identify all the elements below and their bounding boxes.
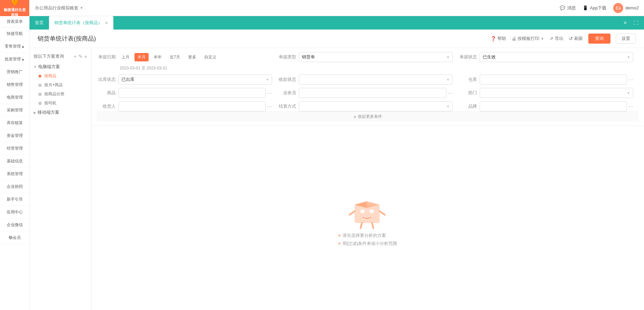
date-buttons-row: 上月 本月 本年 近7天 更多 自定义 [118, 53, 219, 61]
out-status-value: 已出库 ▼ [118, 74, 272, 85]
sidebar-item-member[interactable]: 畅会员 [0, 231, 29, 244]
svg-line-9 [372, 223, 373, 228]
product-dots-icon[interactable]: ··· [267, 90, 272, 96]
consignee-cell: 收货人 ··· [97, 101, 277, 111]
search-menu-item[interactable]: 搜索菜单 [0, 16, 29, 28]
date-btn-last-month[interactable]: 上月 [118, 53, 132, 61]
by-printer-label: 按司机 [44, 100, 56, 106]
by-product-label: 按商品 [44, 73, 56, 79]
sidebar-item-finance[interactable]: 资金管理 [0, 130, 29, 142]
sidebar-item-marketing[interactable]: 营销推广 [0, 66, 29, 79]
settlement-cell: 结算方式 ▼ [277, 101, 458, 111]
warehouse-label: 仓库 [458, 76, 480, 83]
sidebar-item-inventory[interactable]: 库存核算 [0, 117, 29, 130]
payment-status-select[interactable]: ▼ [299, 74, 452, 85]
tree-by-product[interactable]: 按商品 [30, 71, 91, 81]
salesperson-dots-icon[interactable]: ··· [448, 90, 453, 96]
date-label: 单据日期 [97, 54, 118, 60]
date-btn-more[interactable]: 更多 [185, 53, 199, 61]
print-btn[interactable]: 🖨 按模板打印 ▼ [512, 36, 544, 42]
settlement-label: 结算方式 [277, 103, 299, 109]
brand-input[interactable] [480, 101, 627, 111]
date-range-text: 2023-03-01 至 2023-03-31 [120, 66, 167, 70]
page-header: 销货单统计表(按商品) ❓ 帮助 🖨 按模板打印 ▼ ↗ 导出 ↺ 刷新 [30, 30, 644, 48]
out-status-cell: 出库状态 已出库 ▼ [97, 74, 277, 85]
doc-status-cell: 单据状态 已生效 ▼ [458, 52, 639, 62]
doc-status-arrow-icon: ▼ [627, 55, 630, 59]
svg-line-6 [350, 211, 355, 215]
brand-dots-icon[interactable]: ··· [628, 103, 633, 109]
message-action[interactable]: 💬 消息 [560, 5, 576, 11]
salesperson-input[interactable] [299, 88, 446, 98]
industry-dropdown-icon[interactable]: ▼ [80, 6, 83, 10]
consignee-dots-icon[interactable]: ··· [267, 103, 272, 109]
sidebar-item-newbie[interactable]: 新手引导 [0, 193, 29, 206]
user-name: demo2 [625, 5, 639, 10]
main-area: 办公用品行业模拟账套 ▼ 💬 消息 📱 App下载 Ea demo2 首页 [30, 0, 644, 310]
collapse-panel-icon[interactable]: « [85, 54, 87, 59]
date-btn-custom[interactable]: 自定义 [201, 53, 219, 61]
svg-line-7 [380, 211, 385, 215]
svg-rect-4 [361, 210, 365, 213]
payment-status-label: 收款状态 [277, 76, 299, 83]
doc-type-selected: 销货单 [302, 54, 315, 60]
sidebar-item-retail[interactable]: 零售管理 ▲ [0, 40, 29, 53]
app-download-label: App下载 [590, 5, 606, 11]
sidebar-item-wechat[interactable]: 企业微信 [0, 219, 29, 231]
tree-desktop-section[interactable]: ▼ 电脑端方案 [30, 62, 91, 71]
tree-by-category[interactable]: ▦ 按商品分类 [30, 90, 91, 99]
sidebar-item-enterprise[interactable]: 企业协同 [0, 180, 29, 193]
product-input[interactable] [118, 88, 266, 98]
tree-by-printer[interactable]: ▦ 按司机 [30, 99, 91, 108]
sidebar-item-operations[interactable]: 经营管理 [0, 142, 29, 155]
logo-icon: 🧡 [11, 0, 18, 7]
tree-by-month-product[interactable]: ▦ 按月+商品 [30, 81, 91, 90]
app-download-action[interactable]: 📱 App下载 [583, 5, 606, 11]
refresh-btn[interactable]: ↺ 刷新 [569, 36, 583, 42]
edit-scheme-icon[interactable]: ✎ [78, 54, 83, 59]
tab-close-window-btn[interactable]: ✕ [621, 19, 629, 27]
sidebar-item-wholesale[interactable]: 批发管理 ▲ [0, 53, 29, 66]
tree-mobile-section[interactable]: ▶ 移动端方案 [30, 108, 91, 117]
add-scheme-icon[interactable]: + [74, 54, 76, 59]
tab-home[interactable]: 首页 [30, 16, 49, 30]
sidebar-item-system[interactable]: 系统管理 [0, 168, 29, 180]
industry-title: 办公用品行业模拟账套 ▼ [35, 5, 83, 11]
warehouse-dots-icon[interactable]: ··· [628, 76, 633, 83]
empty-svg-icon [348, 190, 388, 230]
page-title: 销货单统计表(按商品) [38, 35, 96, 47]
tab-report[interactable]: 销货单统计表（按商品） ✕ [49, 16, 113, 30]
sidebar-item-basics[interactable]: 基础信息 [0, 155, 29, 168]
settings-button[interactable]: 设置 [616, 34, 636, 44]
sidebar-item-ecommerce[interactable]: 电商管理 [0, 91, 29, 104]
sidebar-item-purchase[interactable]: 采购管理 [0, 104, 29, 117]
help-label: 帮助 [497, 36, 506, 42]
filter-top-row: 单据日期 上月 本月 本年 近7天 更多 自定义 [97, 52, 639, 111]
sidebar-item-appstore[interactable]: 应用中心 [0, 206, 29, 219]
tab-maximize-btn[interactable]: ⛶ [632, 19, 640, 27]
collapse-filter-bar[interactable]: ∧ 收起更多条件 [97, 111, 639, 121]
sidebar-item-sales[interactable]: 销售管理 [0, 79, 29, 91]
query-button[interactable]: 查询 [588, 34, 610, 44]
desktop-section-label: 电脑端方案 [38, 64, 60, 70]
print-dropdown-icon[interactable]: ▼ [541, 37, 544, 41]
out-status-select[interactable]: 已出库 ▼ [118, 74, 272, 85]
date-btn-current-month[interactable]: 本月 [135, 53, 149, 61]
help-btn[interactable]: ❓ 帮助 [490, 36, 506, 42]
department-select[interactable]: ▼ [480, 88, 633, 98]
tab-close-icon[interactable]: ✕ [105, 21, 108, 25]
empty-hints: 请先选择要分析的方案 用[过滤]条件来缩小分析范围 [338, 232, 397, 247]
date-btn-year[interactable]: 本年 [151, 53, 165, 61]
retail-arrow: ▲ [21, 45, 25, 48]
doc-status-select[interactable]: 已生效 ▼ [480, 52, 633, 62]
date-btn-7days[interactable]: 近7天 [167, 53, 183, 61]
right-main: 单据日期 上月 本月 本年 近7天 更多 自定义 [92, 48, 644, 310]
settlement-select[interactable]: ▼ [299, 101, 452, 111]
category-icon: ▦ [38, 92, 42, 97]
warehouse-input[interactable] [480, 74, 627, 85]
export-btn[interactable]: ↗ 导出 [549, 36, 564, 42]
consignee-input[interactable] [118, 101, 266, 111]
hint2-text: 用[过滤]条件来缩小分析范围 [342, 241, 397, 247]
doc-type-select[interactable]: 销货单 ▼ [299, 52, 452, 62]
user-action[interactable]: Ea demo2 [613, 3, 639, 13]
